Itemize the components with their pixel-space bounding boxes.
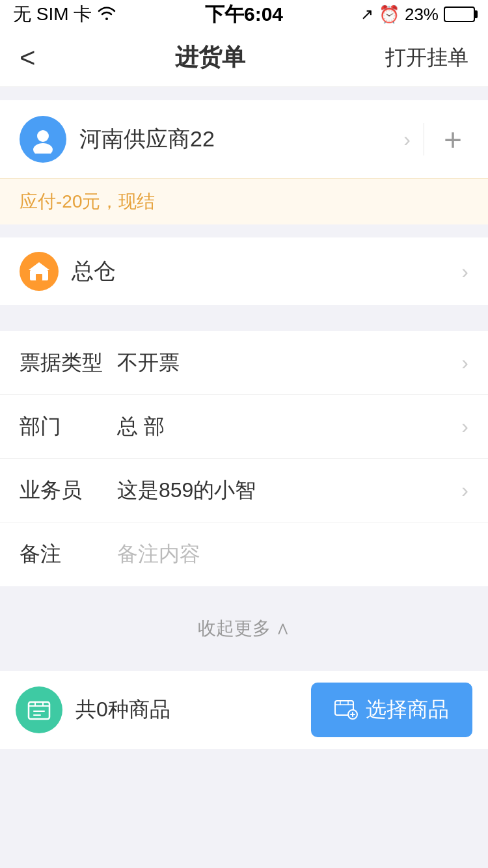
svg-point-1 [33, 143, 53, 154]
select-product-button[interactable]: 选择商品 [311, 683, 472, 737]
gap-warehouse [0, 224, 488, 237]
salesman-label: 业务员 [20, 476, 111, 505]
status-right: ↗ ⏰ 23% [360, 5, 475, 25]
carrier-text: 无 SIM 卡 [13, 2, 92, 27]
product-bar: 共0种商品 选择商品 [0, 671, 488, 749]
vertical-divider [424, 123, 424, 156]
battery-percent: 23% [405, 5, 439, 25]
svg-rect-4 [36, 274, 42, 280]
invoice-chevron-icon: › [461, 351, 468, 375]
remark-row[interactable]: 备注 备注内容 [0, 522, 488, 586]
remark-placeholder[interactable]: 备注内容 [111, 540, 468, 569]
footer-background [0, 749, 488, 868]
alarm-icon: ⏰ [379, 5, 400, 25]
select-product-icon [334, 700, 358, 720]
invoice-label: 票据类型 [20, 349, 111, 377]
notice-text: 应付-20元，现结 [20, 191, 155, 211]
product-icon [16, 686, 62, 733]
notice-row: 应付-20元，现结 [0, 178, 488, 224]
supplier-chevron-icon: › [403, 128, 411, 152]
collapse-button[interactable]: 收起更多 ∧ [0, 599, 488, 658]
back-button[interactable]: < [20, 44, 36, 72]
open-pending-button[interactable]: 打开挂单 [385, 44, 468, 72]
product-count: 共0种商品 [75, 696, 311, 724]
invoice-value: 不开票 [111, 349, 461, 377]
warehouse-icon [20, 252, 59, 291]
supplier-row[interactable]: 河南供应商22 › + [0, 100, 488, 178]
department-label: 部门 [20, 413, 111, 441]
location-icon: ↗ [360, 5, 373, 23]
warehouse-chevron-icon: › [461, 260, 468, 284]
department-value: 总 部 [111, 413, 461, 441]
form-section: 票据类型 不开票 › 部门 总 部 › 业务员 这是859的小智 › 备注 备注… [0, 331, 488, 586]
remark-label: 备注 [20, 540, 111, 569]
select-product-label: 选择商品 [366, 696, 449, 724]
status-time: 下午6:04 [205, 1, 283, 28]
salesman-row[interactable]: 业务员 这是859的小智 › [0, 459, 488, 522]
status-bar: 无 SIM 卡 下午6:04 ↗ ⏰ 23% [0, 0, 488, 29]
gap-top [0, 87, 488, 100]
warehouse-section[interactable]: 总仓 › [0, 237, 488, 305]
supplier-avatar [20, 116, 66, 163]
warehouse-row[interactable]: 总仓 › [0, 237, 488, 305]
department-row[interactable]: 部门 总 部 › [0, 395, 488, 459]
gap-form [0, 305, 488, 318]
add-button[interactable]: + [437, 122, 468, 157]
navigation-bar: < 进货单 打开挂单 [0, 29, 488, 87]
department-chevron-icon: › [461, 414, 468, 439]
page-title: 进货单 [175, 42, 245, 74]
supplier-section: 河南供应商22 › + 应付-20元，现结 [0, 100, 488, 224]
battery-icon [444, 7, 475, 22]
warehouse-name: 总仓 [72, 256, 461, 286]
wifi-icon [97, 4, 116, 25]
svg-marker-3 [29, 262, 49, 270]
salesman-chevron-icon: › [461, 478, 468, 502]
salesman-value: 这是859的小智 [111, 476, 461, 505]
status-carrier: 无 SIM 卡 [13, 2, 116, 27]
svg-point-0 [37, 130, 49, 142]
supplier-name: 河南供应商22 [79, 124, 403, 154]
invoice-row[interactable]: 票据类型 不开票 › [0, 331, 488, 395]
